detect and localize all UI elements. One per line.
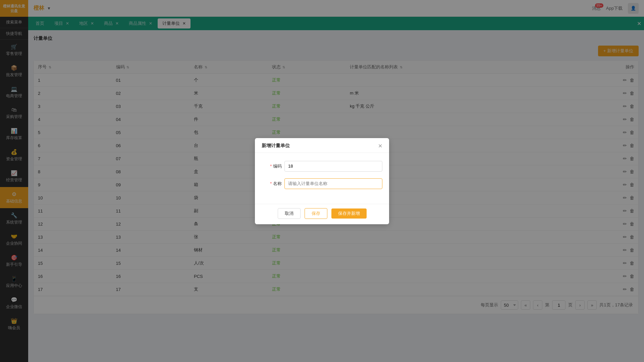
modal-header: 新增计量单位 ✕ [255,138,389,153]
save-button[interactable]: 保存 [305,208,327,219]
modal-body: * 编码 * 名称 [255,153,389,204]
modal-title: 新增计量单位 [262,143,290,149]
form-code-row: * 编码 [262,161,382,172]
form-name-row: * 名称 [262,178,382,189]
modal-overlay[interactable]: 新增计量单位 ✕ * 编码 * 名称 取消 保存 保存并新增 [0,0,644,362]
code-input[interactable] [284,161,382,172]
modal-footer: 取消 保存 保存并新增 [255,204,389,224]
name-input[interactable] [284,178,382,189]
save-and-new-button[interactable]: 保存并新增 [331,208,367,219]
modal-close-button[interactable]: ✕ [378,143,382,149]
cancel-button[interactable]: 取消 [278,208,301,219]
add-unit-modal: 新增计量单位 ✕ * 编码 * 名称 取消 保存 保存并新增 [255,138,389,224]
code-label: * 编码 [262,163,282,169]
name-label: * 名称 [262,181,282,187]
